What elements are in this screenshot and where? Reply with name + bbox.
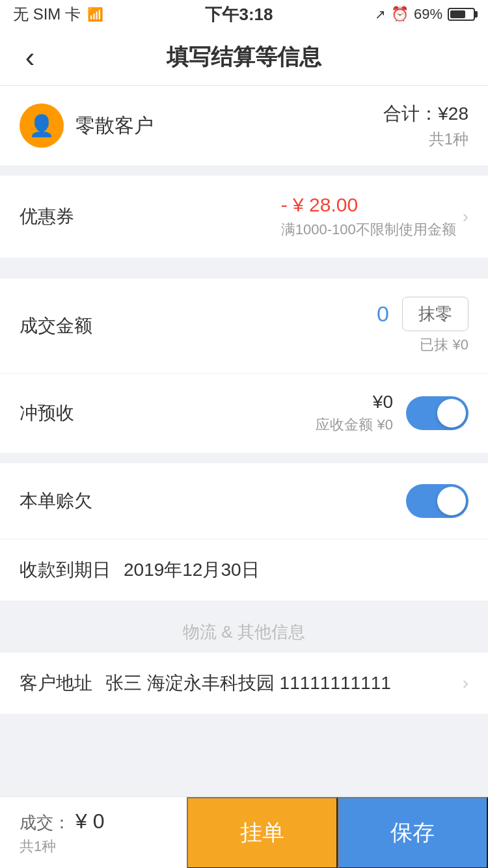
logistics-divider: 物流 & 其他信息 xyxy=(0,611,488,653)
status-right: ↗ ⏰ 69% xyxy=(375,6,475,23)
status-bar: 无 SIM 卡 📶 下午3:18 ↗ ⏰ 69% xyxy=(0,0,488,29)
hangup-button[interactable]: 挂单 xyxy=(187,797,337,869)
total-label: 合计：¥28 xyxy=(383,102,468,126)
customer-row: 👤 零散客户 合计：¥28 共1种 xyxy=(0,86,488,165)
pre-sub-amount: 应收金额 ¥0 xyxy=(316,415,393,435)
pre-collection-toggle[interactable] xyxy=(406,396,468,430)
address-row[interactable]: 客户地址 张三 海淀永丰科技园 11111111111 › xyxy=(0,653,488,714)
footer-deal-count: 共1种 xyxy=(20,837,167,856)
bottom-spacer xyxy=(0,714,488,792)
debt-section: 本单赊欠 收款到期日 2019年12月30日 xyxy=(0,463,488,601)
pre-collection-right: ¥0 应收金额 ¥0 xyxy=(316,392,468,435)
pre-amounts: ¥0 应收金额 ¥0 xyxy=(316,392,393,435)
transaction-section: 成交金额 0 抹零 已抹 ¥0 冲预收 ¥0 应收金额 ¥0 xyxy=(0,278,488,453)
debt-row: 本单赊欠 xyxy=(0,463,488,539)
debt-toggle[interactable] xyxy=(406,484,468,518)
content: 👤 零散客户 合计：¥28 共1种 优惠券 - ¥ 28.00 满1000-10… xyxy=(0,86,488,792)
back-button[interactable]: ‹ xyxy=(16,43,44,72)
toggle-knob xyxy=(437,399,466,427)
coupon-label: 优惠券 xyxy=(20,204,74,229)
footer-info: 成交： ¥ 0 共1种 xyxy=(0,809,187,856)
coupon-right: - ¥ 28.00 满1000-100不限制使用金额 › xyxy=(281,194,468,239)
carrier-text: 无 SIM 卡 xyxy=(13,4,81,25)
battery-icon xyxy=(448,8,475,21)
due-date-value[interactable]: 2019年12月30日 xyxy=(124,558,260,582)
nav-bar: ‹ 填写结算等信息 xyxy=(0,29,488,86)
pre-main-amount: ¥0 xyxy=(316,392,393,413)
coupon-right-text: - ¥ 28.00 满1000-100不限制使用金额 xyxy=(281,194,456,239)
status-time: 下午3:18 xyxy=(205,3,273,26)
battery-fill xyxy=(450,10,465,18)
coupon-section[interactable]: 优惠券 - ¥ 28.00 满1000-100不限制使用金额 › xyxy=(0,176,488,258)
due-date-label: 收款到期日 xyxy=(20,558,111,582)
debt-toggle-knob xyxy=(437,487,466,515)
rounded-off-text: 已抹 ¥0 xyxy=(350,335,468,355)
location-icon: ↗ xyxy=(375,7,386,22)
address-chevron-icon: › xyxy=(463,673,468,694)
coupon-chevron-icon: › xyxy=(463,206,468,227)
page-title: 填写结算等信息 xyxy=(167,42,321,72)
avatar-icon: 👤 xyxy=(29,113,55,138)
debt-label: 本单赊欠 xyxy=(20,489,92,513)
pre-collection-label: 冲预收 xyxy=(20,401,74,426)
status-left: 无 SIM 卡 📶 xyxy=(13,4,103,25)
coupon-discount: - ¥ 28.00 xyxy=(281,194,456,216)
customer-right: 合计：¥28 共1种 xyxy=(383,102,468,150)
wifi-icon: 📶 xyxy=(87,7,103,22)
back-icon: ‹ xyxy=(25,41,35,74)
pre-collection-row: 冲预收 ¥0 应收金额 ¥0 xyxy=(0,373,488,453)
round-off-button[interactable]: 抹零 xyxy=(402,297,468,331)
due-date-row: 收款到期日 2019年12月30日 xyxy=(0,539,488,601)
alarm-icon: ⏰ xyxy=(391,6,409,23)
customer-section: 👤 零散客户 合计：¥28 共1种 xyxy=(0,86,488,165)
customer-name: 零散客户 xyxy=(75,113,154,139)
coupon-desc: 满1000-100不限制使用金额 xyxy=(281,220,456,239)
logistics-text: 物流 & 其他信息 xyxy=(183,621,305,644)
transaction-row: 成交金额 0 抹零 已抹 ¥0 xyxy=(0,278,488,373)
address-label: 客户地址 xyxy=(20,671,92,696)
transaction-form-right: 0 抹零 xyxy=(350,297,468,331)
gap-2 xyxy=(0,453,488,463)
avatar: 👤 xyxy=(20,103,64,148)
transaction-right: 0 抹零 已抹 ¥0 xyxy=(350,297,468,355)
footer-deal-label: 成交： xyxy=(20,811,70,834)
save-button[interactable]: 保存 xyxy=(338,797,488,869)
coupon-row[interactable]: 优惠券 - ¥ 28.00 满1000-100不限制使用金额 › xyxy=(0,176,488,258)
footer: 成交： ¥ 0 共1种 挂单 保存 xyxy=(0,796,488,868)
transaction-label: 成交金额 xyxy=(20,314,92,338)
address-section: 客户地址 张三 海淀永丰科技园 11111111111 › xyxy=(0,653,488,714)
customer-left: 👤 零散客户 xyxy=(20,103,154,148)
total-count: 共1种 xyxy=(383,129,468,150)
footer-deal-amount: ¥ 0 xyxy=(75,809,104,834)
transaction-amount[interactable]: 0 xyxy=(350,301,389,327)
battery-text: 69% xyxy=(414,6,442,23)
address-value: 张三 海淀永丰科技园 11111111111 xyxy=(105,671,463,696)
gap-1 xyxy=(0,268,488,278)
